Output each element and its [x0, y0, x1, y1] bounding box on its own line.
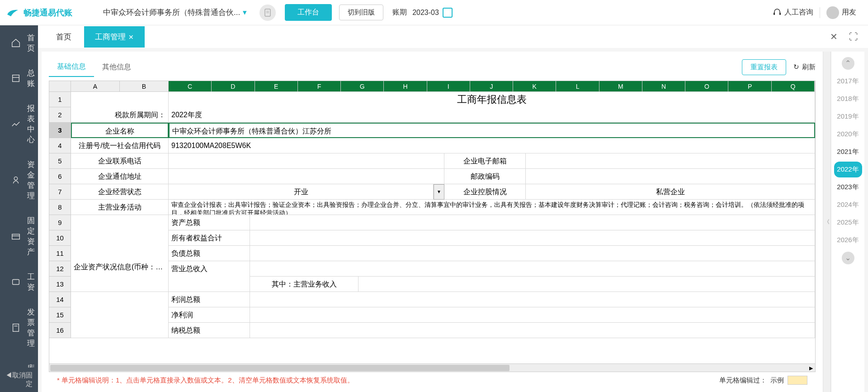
- fullscreen-icon[interactable]: ⛶: [846, 29, 861, 44]
- sidebar-item-reports[interactable]: 报表中心: [0, 96, 38, 152]
- old-version-button[interactable]: 切到旧版: [339, 5, 383, 20]
- refresh-button[interactable]: ↻刷新: [793, 63, 816, 72]
- svg-rect-4: [779, 13, 781, 15]
- collapse-rail-icon[interactable]: 《: [823, 52, 831, 392]
- unpin-button[interactable]: ◀取消固定: [0, 368, 38, 392]
- subtab-other[interactable]: 其他信息: [94, 58, 139, 76]
- svg-point-7: [14, 177, 17, 180]
- company-selector[interactable]: 中审众环会计师事务所（特殊普通合伙... ▾: [96, 7, 254, 18]
- year-2017[interactable]: 2017年: [834, 73, 862, 89]
- dropdown-icon[interactable]: ▼: [434, 184, 444, 200]
- column-headers[interactable]: A B CDE FGH IJK LMN OPQ: [49, 81, 815, 92]
- year-2024[interactable]: 2024年: [834, 197, 862, 213]
- year-2020[interactable]: 2020年: [834, 126, 862, 142]
- sidebar-item-ledger[interactable]: 总账: [0, 61, 38, 96]
- svg-rect-8: [12, 234, 20, 239]
- tab-home[interactable]: 首页: [45, 26, 82, 48]
- year-rail: ⌃ 2017年 2018年 2019年 2020年 2021年 2022年 20…: [831, 52, 864, 392]
- chevron-down-icon: ▾: [243, 8, 247, 17]
- year-down-icon[interactable]: ⌄: [842, 252, 854, 264]
- year-up-icon[interactable]: ⌃: [842, 57, 854, 70]
- year-2018[interactable]: 2018年: [834, 91, 862, 107]
- refresh-icon: ↻: [793, 63, 799, 71]
- svg-rect-10: [13, 280, 19, 285]
- reset-report-button[interactable]: 重置报表: [742, 59, 786, 75]
- brand-logo: 畅捷通易代账: [5, 5, 96, 20]
- sheet-title: 工商年报信息表: [169, 92, 815, 107]
- period-label: 账期: [392, 8, 407, 17]
- sidebar-item-home[interactable]: 首页: [0, 25, 38, 61]
- close-icon[interactable]: ✕: [128, 33, 134, 41]
- year-2026[interactable]: 2026年: [834, 232, 862, 248]
- year-2022[interactable]: 2022年: [834, 162, 862, 177]
- sidebar-item-invoice[interactable]: 发票管理: [0, 300, 38, 356]
- sidebar: 首页 总账 报表中心 资金管理 固定资产 工资 发票管理 库存核算 税务管理 结…: [0, 25, 38, 392]
- workbench-button[interactable]: 工作台: [285, 4, 332, 21]
- year-2021[interactable]: 2021年: [834, 144, 862, 160]
- svg-rect-11: [13, 324, 19, 332]
- sidebar-item-funds[interactable]: 资金管理: [0, 152, 38, 208]
- period-value[interactable]: 2023-03: [412, 9, 439, 17]
- tab-business[interactable]: 工商管理✕: [84, 26, 145, 48]
- sidebar-item-salary[interactable]: 工资: [0, 264, 38, 300]
- year-2023[interactable]: 2023年: [834, 179, 862, 195]
- avatar-icon: [826, 6, 839, 19]
- spreadsheet[interactable]: A B CDE FGH IJK LMN OPQ 1工商年报信息表 2税款所属期间…: [49, 81, 816, 372]
- year-2025[interactable]: 2025年: [834, 215, 862, 230]
- document-icon[interactable]: [259, 5, 276, 21]
- subtab-basic[interactable]: 基础信息: [49, 57, 94, 77]
- calendar-icon[interactable]: [443, 8, 453, 18]
- consult-button[interactable]: 人工咨询: [773, 8, 813, 17]
- horizontal-scrollbar[interactable]: ◀ ▶: [49, 363, 815, 372]
- edit-note: * 单元格编辑说明：1、点击单元格直接录入数值或文本。2、清空单元格数值或文本恢…: [57, 376, 354, 385]
- year-2019[interactable]: 2019年: [834, 109, 862, 124]
- user-menu[interactable]: 用友: [826, 6, 856, 19]
- close-all-icon[interactable]: ✕: [826, 29, 841, 44]
- sidebar-item-assets[interactable]: 固定资产: [0, 208, 38, 264]
- example-swatch: [788, 376, 807, 385]
- svg-rect-5: [13, 75, 19, 82]
- svg-rect-3: [774, 13, 775, 15]
